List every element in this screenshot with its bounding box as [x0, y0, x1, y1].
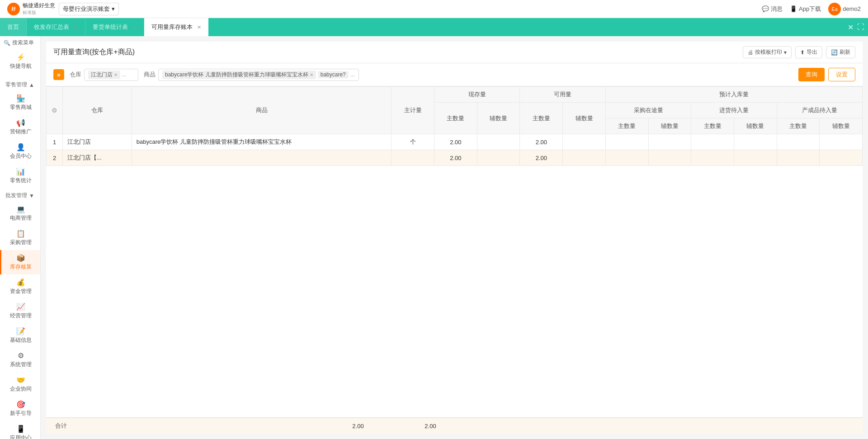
col-mainunit-header: 主计量	[392, 87, 434, 134]
tab-yaohuo[interactable]: 要货单统计表 ✕	[85, 18, 144, 36]
sidebar-search[interactable]: 🔍 搜索菜单	[0, 36, 40, 49]
yaohuo-tab-close[interactable]: ✕	[132, 24, 137, 30]
column-settings-icon[interactable]: ⚙	[52, 107, 57, 114]
sidebar-section-lingxiao[interactable]: 零售管理 ▲	[0, 77, 40, 90]
warehouse-dots[interactable]: ...	[122, 71, 127, 78]
tab-home[interactable]: 首页	[0, 18, 27, 36]
product-tag-1: babycare?	[318, 71, 349, 78]
col-stock-sub-header: 辅数量	[477, 103, 520, 134]
quicknav-icon: ⚡	[16, 53, 25, 61]
table-footer: 合计 2.00 2.00	[46, 417, 863, 434]
sidebar-lingxiao-mall-label: 零售商城	[10, 104, 32, 111]
logo-icon: 好	[7, 3, 20, 15]
sidebar-item-dianshang[interactable]: 💻 电商管理	[0, 201, 40, 226]
industry-label: 母婴行业演示账套	[63, 5, 110, 13]
jichu-icon: 📝	[16, 327, 25, 335]
sidebar-item-yingxiao[interactable]: 📢 营销推广	[0, 115, 40, 139]
avatar: Ea	[828, 3, 841, 15]
user-area[interactable]: Ea demo2	[828, 3, 861, 15]
nav-tabs-right-actions: ✕ ⛶	[844, 18, 868, 36]
cell-stocksub-1	[477, 150, 520, 166]
tab-keyong[interactable]: 可用量库存账本 ✕	[144, 18, 208, 36]
sidebar-kucun-label: 库存核算	[10, 263, 32, 271]
sidebar-item-lingxiao-stat[interactable]: 📊 零售统计	[0, 164, 40, 188]
sidebar-huiyuan-label: 会员中心	[10, 152, 32, 160]
warehouse-filter-input[interactable]: 江北门店 ✕ ...	[84, 69, 138, 81]
sidebar-section-pifa[interactable]: 批发管理 ▼	[0, 188, 40, 201]
message-button[interactable]: 💬 消息	[762, 5, 783, 13]
sidebar-yingxiao-label: 营销推广	[10, 128, 32, 136]
export-label: 导出	[807, 48, 817, 56]
sidebar-item-jingying[interactable]: 📈 经营管理	[0, 299, 40, 323]
warehouse-filter-field: 仓库 江北门店 ✕ ...	[70, 69, 138, 81]
sidebar-item-qiye[interactable]: 🤝 企业协同	[0, 372, 40, 397]
print-icon: 🖨	[748, 49, 753, 56]
shoufacun-tab-close[interactable]: ✕	[74, 24, 78, 30]
cell-incomingsub-0	[734, 134, 777, 150]
keyong-tab-label: 可用量库存账本	[151, 23, 193, 31]
cell-warehouse-0: 江北门店	[63, 134, 132, 150]
yingxiao-icon: 📢	[16, 118, 25, 127]
sidebar-item-yingyong[interactable]: 📱 应用中心	[0, 421, 40, 439]
section-arrow-icon: ▲	[29, 82, 34, 88]
product-filter-label: 商品	[144, 71, 156, 79]
col-produced-sub-header: 辅数量	[820, 118, 863, 134]
col-available-header: 可用量	[520, 87, 605, 103]
product-tag-0: babycare学饮杯 儿童防摔防撞吸管杯重力球吸嘴杯宝宝水杯 ✕	[162, 71, 316, 79]
sidebar-item-lingxiao-mall[interactable]: 🏪 零售商城	[0, 90, 40, 115]
sidebar-item-quicknav[interactable]: ⚡ 快捷导航	[0, 49, 40, 74]
sidebar-section-lingxiao-label: 零售管理	[5, 81, 27, 89]
sidebar-item-xinshou[interactable]: 🎯 新手引导	[0, 397, 40, 421]
cell-stockmain-0: 2.00	[434, 134, 477, 150]
sidebar-item-huiyuan[interactable]: 👤 会员中心	[0, 139, 40, 164]
page-actions: 🖨 按模板打印 ▾ ⬆ 导出 🔄 刷新	[743, 46, 855, 58]
top-bar-left: 好 畅捷通好生意 标准版 母婴行业演示账套 ▾	[7, 2, 119, 16]
setting-button[interactable]: 设置	[828, 68, 855, 81]
expand-button[interactable]: ⛶	[857, 23, 864, 31]
warehouse-tag-close-0[interactable]: ✕	[114, 72, 118, 77]
print-button[interactable]: 🖨 按模板打印 ▾	[743, 46, 792, 58]
industry-select[interactable]: 母婴行业演示账套 ▾	[59, 3, 119, 15]
col-purchase-header: 采购在途量	[605, 103, 691, 118]
cell-mainunit-1	[392, 150, 434, 166]
sidebar-jingying-label: 经营管理	[10, 312, 32, 320]
footer-stock-main: 2.00	[340, 423, 376, 430]
sidebar-item-caigou[interactable]: 📋 采购管理	[0, 226, 40, 250]
query-button[interactable]: 查询	[798, 68, 825, 81]
sidebar-item-kucun[interactable]: 📦 库存核算	[0, 250, 40, 274]
logo-text: 畅捷通好生意	[23, 2, 55, 9]
product-tag-close-0[interactable]: ✕	[310, 72, 313, 77]
refresh-button[interactable]: 🔄 刷新	[826, 46, 855, 58]
cell-producedsub-0	[820, 134, 863, 150]
sidebar-item-xitong[interactable]: ⚙ 系统管理	[0, 348, 40, 372]
col-purchase-main-header: 主数量	[605, 118, 648, 134]
close-all-button[interactable]: ✕	[848, 23, 854, 32]
sidebar-jichu-label: 基础信息	[10, 336, 32, 344]
cell-availmain-1: 2.00	[520, 150, 563, 166]
col-incoming-sub-header: 辅数量	[734, 118, 777, 134]
sidebar-yingyong-label: 应用中心	[10, 434, 32, 439]
sidebar-item-zijin[interactable]: 💰 资金管理	[0, 274, 40, 299]
sidebar: 🔍 搜索菜单 ⚡ 快捷导航 零售管理 ▲ 🏪 零售商城 📢 营销推广 👤 会员中…	[0, 36, 41, 439]
tab-shoufacun[interactable]: 收发存汇总表 ✕	[27, 18, 85, 36]
export-button[interactable]: ⬆ 导出	[795, 46, 822, 58]
keyong-tab-close[interactable]: ✕	[197, 24, 201, 30]
caigou-icon: 📋	[16, 229, 25, 238]
refresh-label: 刷新	[840, 48, 850, 56]
table-row: 1 江北门店 babycare学饮杯 儿童防摔防撞吸管杯重力球吸嘴杯宝宝水杯 个…	[47, 134, 863, 150]
dianshang-icon: 💻	[16, 205, 25, 213]
filter-expand-button[interactable]: »	[53, 69, 64, 80]
product-dots[interactable]: ...	[350, 71, 355, 78]
qiye-icon: 🤝	[16, 376, 25, 384]
footer-avail-main: 2.00	[412, 423, 448, 430]
print-label: 按模板打印	[755, 48, 782, 56]
zijin-icon: 💰	[16, 278, 25, 287]
sidebar-item-jichu[interactable]: 📝 基础信息	[0, 323, 40, 348]
app-download-button[interactable]: 📱 App下载	[790, 5, 821, 13]
main-layout: 🔍 搜索菜单 ⚡ 快捷导航 零售管理 ▲ 🏪 零售商城 📢 营销推广 👤 会员中…	[0, 36, 868, 439]
filter-bar: » 仓库 江北门店 ✕ ... 商品 babycare学饮杯 儿童防摔防撞吸管杯…	[46, 63, 863, 86]
cell-producedmain-1	[777, 150, 820, 166]
product-filter-input[interactable]: babycare学饮杯 儿童防摔防撞吸管杯重力球吸嘴杯宝宝水杯 ✕ babyca…	[158, 69, 359, 81]
col-product-header: 商品	[132, 87, 392, 134]
col-produced-header: 产成品待入量	[777, 103, 862, 118]
